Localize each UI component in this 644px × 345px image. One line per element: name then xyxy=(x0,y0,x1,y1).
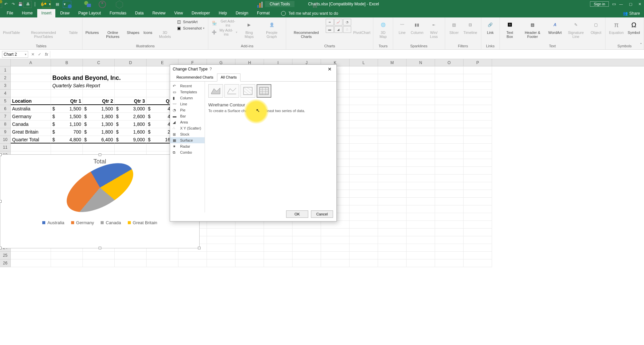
textbox-button[interactable]: 🅰Text Box xyxy=(502,19,517,39)
dialog-tab-recommended[interactable]: Recommended Charts xyxy=(173,73,217,81)
category-stock[interactable]: ⊞Stock xyxy=(170,131,205,137)
svg-rect-5 xyxy=(23,1,32,8)
sparkline-column-button[interactable]: ▮▮Column xyxy=(411,19,424,35)
group-text: Text xyxy=(502,44,602,49)
3d-map-button[interactable]: 🌐3D Map xyxy=(376,19,390,39)
mouse-cursor-icon: ↖ xyxy=(256,108,260,113)
svg-rect-15 xyxy=(259,3,261,8)
tab-design[interactable]: Design xyxy=(232,9,252,17)
cancel-formula-icon[interactable]: ✕ xyxy=(30,52,36,57)
change-chart-type-dialog: Change Chart Type ? ✕ Recommended Charts… xyxy=(170,64,337,221)
link-button[interactable]: 🔗Link xyxy=(484,19,497,35)
subtype-contour[interactable] xyxy=(240,84,255,98)
minimize-icon[interactable]: — xyxy=(619,2,623,6)
group-links: Links xyxy=(484,44,497,49)
formula-bar: Chart 2▾ ✕ ✓ fx xyxy=(0,50,644,59)
wordart-button[interactable]: AWordArt xyxy=(548,19,562,35)
share-button[interactable]: 👥 Share xyxy=(623,11,640,17)
name-box[interactable]: Chart 2▾ xyxy=(2,51,28,58)
group-symbols: Symbols xyxy=(608,44,641,49)
subtype-wireframe-3d[interactable] xyxy=(224,84,239,98)
bing-maps-button[interactable]: ▶Bing Maps xyxy=(240,19,258,39)
enter-formula-icon[interactable]: ✓ xyxy=(36,52,43,57)
category-area[interactable]: ◢Area xyxy=(170,119,205,125)
ribbon: PivotTable Recommended PivotTables Table… xyxy=(0,17,644,50)
chart-subtypes xyxy=(208,84,333,98)
header-footer-button[interactable]: ▤Header & Footer xyxy=(519,19,546,39)
svg-rect-20 xyxy=(260,87,268,95)
share-icon: 👥 xyxy=(623,11,628,16)
category-line[interactable]: 〰Line xyxy=(170,101,205,107)
people-graph-button[interactable]: 👤People Graph xyxy=(260,19,283,39)
subtype-3d-surface[interactable] xyxy=(208,84,223,98)
category-pie[interactable]: ◔Pie xyxy=(170,107,205,113)
signature-button[interactable]: ✎Signature Line xyxy=(564,19,588,39)
tab-help[interactable]: Help xyxy=(215,9,231,17)
dialog-close-icon[interactable]: ✕ xyxy=(326,66,334,72)
pie-chart[interactable] xyxy=(63,169,137,213)
object-button[interactable]: ▢Object xyxy=(590,19,602,35)
subtype-description: To create a Surface chart, select at lea… xyxy=(208,109,333,113)
dialog-title: Change Chart Type xyxy=(173,67,208,71)
cancel-button[interactable]: Cancel xyxy=(311,210,333,218)
collapse-ribbon-icon[interactable]: ˄ xyxy=(640,43,642,47)
3d-models-button[interactable]: 3D Models xyxy=(156,19,174,39)
my-addins-button[interactable]: ➕My Add-ins ▾ xyxy=(211,28,238,37)
category-recent[interactable]: ↶Recent xyxy=(170,83,205,89)
get-addins-button[interactable]: 🏪Get Add-ins xyxy=(211,19,238,28)
maximize-icon[interactable]: ▢ xyxy=(629,2,632,6)
subtype-wireframe-contour[interactable] xyxy=(257,84,271,98)
category-surface[interactable]: ▦Surface xyxy=(170,137,205,143)
dialog-tab-all[interactable]: All Charts xyxy=(217,73,240,82)
category-templates[interactable]: ▭Templates xyxy=(170,89,205,95)
category-combo[interactable]: ⧉Combo xyxy=(170,149,205,155)
ribbon-options-icon[interactable]: ▭ xyxy=(612,2,616,6)
close-icon[interactable]: ✕ xyxy=(638,2,641,6)
group-filters: Filters xyxy=(448,44,478,49)
formula-input[interactable] xyxy=(50,51,644,58)
category-column[interactable]: ▮Column xyxy=(170,95,205,101)
fx-icon[interactable]: fx xyxy=(43,52,50,57)
category-radar[interactable]: ✷Radar xyxy=(170,143,205,149)
signin-button[interactable]: Sign in xyxy=(590,1,609,7)
select-all-corner[interactable] xyxy=(0,59,11,66)
svg-rect-14 xyxy=(257,5,259,8)
svg-rect-17 xyxy=(313,4,315,8)
pivotchart-button[interactable]: PivotChart xyxy=(353,19,371,35)
table-button[interactable]: Table xyxy=(67,19,79,35)
sparkline-winloss-button[interactable]: ▪▫Win/ Loss xyxy=(426,19,442,39)
symbol-button[interactable]: ΩSymbol xyxy=(627,19,641,35)
ok-button[interactable]: OK xyxy=(286,210,308,218)
equation-button[interactable]: πEquation xyxy=(608,19,625,35)
timeline-button[interactable]: ⊟Timeline xyxy=(463,19,478,35)
svg-rect-16 xyxy=(261,2,263,8)
category-bar[interactable]: ▬Bar xyxy=(170,113,205,119)
subtype-name: Wireframe Contour xyxy=(208,102,333,107)
category-x-y-scatter-[interactable]: ∴X Y (Scatter) xyxy=(170,125,205,131)
share-label: Share xyxy=(629,11,640,16)
sparkline-line-button[interactable]: 〰Line xyxy=(396,19,409,35)
dialog-help-icon[interactable]: ? xyxy=(208,67,214,71)
svg-rect-18 xyxy=(315,2,317,8)
slicer-button[interactable]: ▤Slicer xyxy=(448,19,461,35)
chart-category-list: ↶Recent▭Templates▮Column〰Line◔Pie▬Bar◢Ar… xyxy=(170,82,205,212)
